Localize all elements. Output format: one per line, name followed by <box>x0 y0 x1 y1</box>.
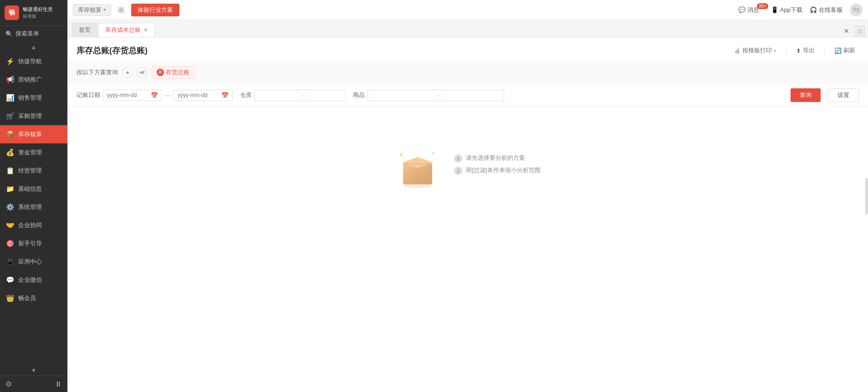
app-logo-icon: 畅 <box>5 5 19 20</box>
sidebar-logo: 畅 畅捷通好生意 标准版 <box>0 0 67 26</box>
scheme-item-inventory[interactable]: 存 存货总账 <box>152 66 194 79</box>
sidebar-item-cooperation[interactable]: 🤝 企业协同 <box>0 216 67 234</box>
svg-point-0 <box>120 9 123 11</box>
goods-more-icon[interactable]: ··· <box>437 92 499 99</box>
sidebar-item-wechat[interactable]: 💬 企业微信 <box>0 271 67 289</box>
goods-input[interactable]: ··· <box>368 90 504 101</box>
calendar-from-icon[interactable]: 📅 <box>151 92 158 99</box>
content-header-actions: 🖨 按模板打印 ▾ | ⬆ 导出 | 🔄 刷新 <box>731 45 859 56</box>
purchase-icon: 🛒 <box>5 112 15 121</box>
sidebar-search-label: 搜索菜单 <box>15 30 39 38</box>
sidebar-scroll-up[interactable]: ▲ <box>0 41 67 52</box>
date-field-group: 记账日期 📅 — 📅 <box>77 90 233 101</box>
panel-close-icon[interactable]: ✕ <box>841 25 853 37</box>
sidebar-item-purchase[interactable]: 🛒 采购管理 <box>0 107 67 125</box>
user-menu[interactable]: Rit <box>850 4 863 16</box>
sidebar-item-label: 基础信息 <box>18 185 62 193</box>
cooperation-icon: 🤝 <box>5 221 15 230</box>
empty-hint-1: 1 请先选择要分析的方案 <box>454 154 540 163</box>
export-icon: ⬆ <box>796 47 801 54</box>
tab-close-icon[interactable]: ✕ <box>143 27 148 33</box>
sidebar-settings-btn[interactable]: ⚙ <box>5 380 12 388</box>
app-download-label: App下载 <box>780 6 802 14</box>
phone-icon: 📱 <box>771 6 778 13</box>
settings-button[interactable]: 设置 <box>828 88 859 102</box>
date-to-field[interactable] <box>178 92 219 98</box>
sidebar-item-operations[interactable]: 📋 经营管理 <box>0 162 67 180</box>
sidebar-item-label: 库存核算 <box>18 130 62 138</box>
search-button[interactable]: 查询 <box>791 88 821 102</box>
filter-add-button[interactable]: + <box>123 67 133 77</box>
app-download-btn[interactable]: 📱 App下载 <box>771 6 802 14</box>
date-to-input[interactable]: 📅 <box>174 90 233 101</box>
topbar-left: 库存核算 ▾ 体验行业方案 <box>73 4 179 16</box>
breadcrumb[interactable]: 库存核算 ▾ <box>73 4 111 16</box>
tab-home[interactable]: 首页 <box>72 23 97 37</box>
user-avatar: Rit <box>850 4 863 16</box>
date-from-field[interactable] <box>107 92 148 98</box>
messages-badge: 99+ <box>757 3 768 9</box>
sidebar-item-guide[interactable]: 🎯 新手引导 <box>0 234 67 253</box>
print-template-btn[interactable]: 🖨 按模板打印 ▾ <box>731 45 780 56</box>
panel-expand-icon[interactable]: ⬜ <box>854 26 864 36</box>
action-divider: | <box>785 47 786 54</box>
page-title: 库存总账(存货总账) <box>77 45 148 56</box>
sidebar-nav: ⚡ 快捷导航 📢 营销推广 📊 销售管理 🛒 采购管理 📦 库存核算 💰 资金管… <box>0 52 67 365</box>
sidebar-item-finance[interactable]: 💰 资金管理 <box>0 143 67 162</box>
sidebar-toggle-btn[interactable]: ⏸ <box>55 380 62 388</box>
search-fields-row: 记账日期 📅 — 📅 仓库 ··· 商品 <box>67 84 868 107</box>
sidebar-item-label: 系统管理 <box>18 203 62 211</box>
sidebar-item-label: 采购管理 <box>18 112 62 120</box>
empty-text-list: 1 请先选择要分析的方案 2 用[过滤]条件来缩小分析范围 <box>454 154 540 178</box>
sidebar-scroll-down[interactable]: ▼ <box>0 365 67 376</box>
warehouse-input[interactable]: ··· <box>255 90 346 101</box>
app-badge: 标准版 <box>23 13 53 20</box>
sidebar-item-marketing[interactable]: 📢 营销推广 <box>0 71 67 89</box>
online-support-btn[interactable]: 🎧 在线客服 <box>810 6 842 14</box>
filter-collapse-button[interactable]: ≪ <box>137 67 147 77</box>
topbar-right: 💬 消息 99+ 📱 App下载 🎧 在线客服 Rit <box>738 4 863 16</box>
date-dash: — <box>165 92 171 99</box>
app-name: 畅捷通好生意 <box>23 6 53 13</box>
sidebar-bottom: ⚙ ⏸ <box>0 376 67 392</box>
gear-icon <box>117 6 125 14</box>
breadcrumb-text: 库存核算 <box>78 6 102 14</box>
date-label: 记账日期 <box>77 91 100 99</box>
tab-inventory-cost[interactable]: 库存成本总账 ✕ <box>98 23 155 37</box>
industry-btn[interactable]: 体验行业方案 <box>131 4 179 16</box>
refresh-btn[interactable]: 🔄 刷新 <box>831 45 859 56</box>
empty-illustration-svg: ✦ ✦ <box>395 143 440 189</box>
sidebar-search-menu[interactable]: 🔍 搜索菜单 <box>0 26 67 41</box>
sidebar-item-system[interactable]: ⚙️ 系统管理 <box>0 198 67 216</box>
system-icon: ⚙️ <box>5 203 15 212</box>
calendar-to-icon[interactable]: 📅 <box>221 92 229 99</box>
goods-field-group: 商品 ··· <box>353 90 504 101</box>
sidebar-item-member[interactable]: 👑 畅会员 <box>0 289 67 307</box>
warehouse-more-icon[interactable]: ··· <box>301 92 341 99</box>
right-edge-indicator[interactable] <box>865 178 868 214</box>
topbar-settings-button[interactable] <box>115 4 128 16</box>
refresh-label: 刷新 <box>843 46 855 55</box>
date-from-input[interactable]: 📅 <box>103 90 162 101</box>
sidebar-item-label: 新手引导 <box>18 239 62 248</box>
sidebar-item-sales[interactable]: 📊 销售管理 <box>0 89 67 107</box>
sidebar-item-app-center[interactable]: 📱 应用中心 <box>0 253 67 271</box>
inventory-icon: 📦 <box>5 130 15 139</box>
tab-inventory-cost-label: 库存成本总账 <box>105 26 141 34</box>
content-header: 库存总账(存货总账) 🖨 按模板打印 ▾ | ⬆ 导出 | 🔄 刷新 <box>67 37 868 61</box>
tab-home-label: 首页 <box>79 26 91 34</box>
sidebar-item-label: 快捷导航 <box>18 57 62 66</box>
warehouse-field-group: 仓库 ··· <box>240 90 346 101</box>
sidebar-item-label: 资金管理 <box>18 148 62 157</box>
sidebar-item-inventory[interactable]: 📦 库存核算 <box>0 125 67 143</box>
export-label: 导出 <box>803 46 815 55</box>
finance-icon: 💰 <box>5 148 15 157</box>
export-btn[interactable]: ⬆ 导出 <box>792 45 818 56</box>
empty-illustration: ✦ ✦ <box>395 143 440 189</box>
sidebar-item-basic-info[interactable]: 📁 基础信息 <box>0 180 67 198</box>
sidebar-item-quick-nav[interactable]: ⚡ 快捷导航 <box>0 52 67 71</box>
member-icon: 👑 <box>5 294 15 303</box>
messages-btn[interactable]: 💬 消息 99+ <box>738 6 764 14</box>
main-area: 库存核算 ▾ 体验行业方案 💬 消息 99+ 📱 App下载 <box>67 0 868 392</box>
sidebar-item-label: 畅会员 <box>18 294 62 302</box>
